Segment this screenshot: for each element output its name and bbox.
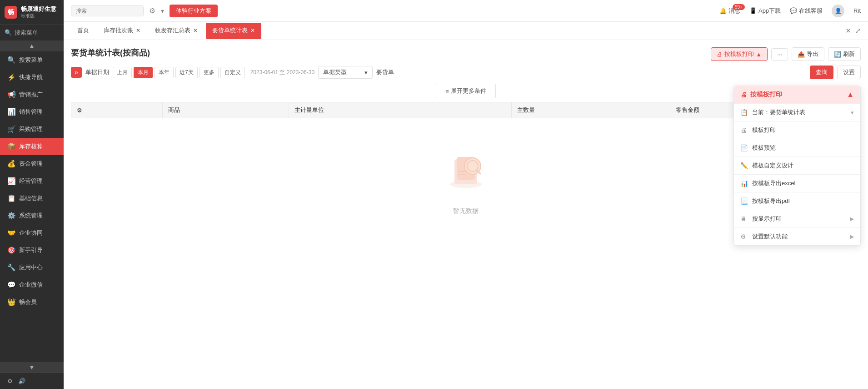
sidebar-item-collab[interactable]: 🤝企业协同 (0, 224, 64, 242)
col-settings[interactable]: ⚙ (71, 102, 163, 118)
sales-icon: 📊 (7, 108, 15, 116)
tab-receipt-summary[interactable]: 收发存汇总表✕ (149, 23, 204, 39)
sidebar-search[interactable]: 🔍 搜索菜单 (0, 25, 64, 40)
dropdown-header-left: 🖨 按模板打印 (740, 91, 782, 99)
dropdown-current-label: 当前：要货单统计表 (752, 108, 805, 116)
topbar-dropdown-icon[interactable]: ▾ (161, 7, 164, 15)
dropdown-item-template-preview[interactable]: 📄模板预览 (734, 139, 860, 157)
sidebar-item-marketing[interactable]: 📢营销推广 (0, 86, 64, 103)
query-button[interactable]: 查询 (810, 66, 833, 79)
bell-icon: 🔔 (719, 7, 727, 14)
display-print-icon: 🖥 (740, 215, 748, 222)
online-service-button[interactable]: 💬 在线客服 (790, 7, 823, 15)
sidebar-item-guide[interactable]: 🎯新手引导 (0, 242, 64, 259)
dropdown-item-template-design[interactable]: ✏️模板自定义设计 (734, 157, 860, 174)
sidebar-item-finance[interactable]: 💰资金管理 (0, 155, 64, 172)
date-range-text: 2023-06-01 至 2023-06-30 (250, 69, 314, 76)
settings-button[interactable]: 设置 (837, 66, 861, 79)
print-dropdown-arrow: ▲ (756, 51, 762, 58)
sidebar-item-system[interactable]: ⚙️系统管理 (0, 207, 64, 224)
refresh-button[interactable]: 🔄 刷新 (828, 47, 861, 61)
sidebar-label-sales: 销售管理 (19, 108, 43, 116)
tab-home[interactable]: 首页 (71, 23, 95, 39)
dropdown-header[interactable]: 🖨 按模板打印 ▲ (734, 86, 860, 103)
dropdown-item-template-print[interactable]: 🖨模板打印 (734, 121, 860, 139)
topbar-right: 🔔 消息 99+ 📱 App下载 💬 在线客服 👤 Rit (719, 5, 861, 17)
dropdown-item-label-export-excel: 按模板导出excel (752, 179, 795, 187)
logo-title: 畅康通好生意 (21, 5, 56, 13)
dropdown-item-export-pdf[interactable]: 📃按模板导出pdf (734, 192, 860, 210)
tab-close-order-stats[interactable]: ✕ (250, 27, 255, 34)
sidebar-label-inventory: 库存核算 (19, 142, 43, 151)
marketing-icon: 📢 (7, 91, 15, 99)
sidebar-item-basic[interactable]: 📋基础信息 (0, 190, 64, 207)
sidebar-item-purchase[interactable]: 🛒采购管理 (0, 121, 64, 138)
filter-bar: » 单据日期 上月本月本年近7天更多自定义 2023-06-01 至 2023-… (71, 66, 861, 79)
doc-type-select[interactable]: 单据类型 ▾ (318, 66, 373, 79)
topbar-search-input[interactable] (71, 5, 144, 16)
tab-close-all[interactable]: ✕ (845, 26, 851, 35)
tab-maximize[interactable]: ⤢ (855, 26, 861, 35)
finance-icon: 💰 (7, 160, 15, 168)
basic-icon: 📋 (7, 194, 15, 202)
export-button[interactable]: 📤 导出 (792, 47, 824, 61)
sound-icon[interactable]: 🔊 (18, 378, 25, 384)
export-excel-icon: 📊 (740, 180, 748, 187)
sidebar-item-wechat[interactable]: 💬企业微信 (0, 276, 64, 293)
sidebar-search-label: 搜索菜单 (15, 29, 38, 37)
tab-order-stats[interactable]: 要货单统计表✕ (206, 23, 261, 39)
dropdown-title: 按模板打印 (750, 91, 782, 99)
notifications-button[interactable]: 🔔 消息 99+ (719, 7, 740, 15)
date-options: 上月本月本年近7天更多自定义 (113, 67, 245, 78)
svg-rect-7 (458, 174, 465, 175)
dropdown-collapse-icon[interactable]: ▲ (847, 91, 854, 99)
expand-more-button[interactable]: ≡ 展开更多条件 (436, 84, 496, 98)
settings-icon[interactable]: ⚙ (7, 378, 13, 384)
sidebar-item-search[interactable]: 🔍搜索菜单 (0, 51, 64, 69)
sidebar-item-member[interactable]: 👑畅会员 (0, 293, 64, 311)
empty-illustration (443, 146, 489, 200)
date-btn-自定义[interactable]: 自定义 (220, 67, 245, 78)
search-icon: 🔍 (5, 29, 12, 36)
sidebar-scroll-down[interactable]: ▼ (0, 362, 64, 373)
page-actions: 🖨 按模板打印 ▲ ··· 📤 导出 🔄 刷新 (711, 47, 861, 61)
sidebar-label-system: 系统管理 (19, 212, 43, 220)
user-avatar[interactable]: 👤 (832, 5, 844, 17)
date-btn-更多[interactable]: 更多 (200, 67, 219, 78)
date-btn-本月[interactable]: 本月 (134, 67, 153, 78)
date-btn-近7天[interactable]: 近7天 (175, 67, 198, 78)
tab-close-batch-account[interactable]: ✕ (136, 27, 140, 34)
more-button[interactable]: ··· (771, 48, 788, 61)
date-btn-本年[interactable]: 本年 (155, 67, 174, 78)
sidebar-item-quick-nav[interactable]: ⚡快捷导航 (0, 69, 64, 86)
trial-button[interactable]: 体验行业方案 (170, 5, 218, 17)
print-template-button[interactable]: 🖨 按模板打印 ▲ (711, 47, 768, 61)
logo-subtitle: 标准版 (21, 13, 56, 19)
display-print-arrow: ▶ (850, 216, 854, 222)
col-quantity: 主数量 (512, 102, 670, 118)
dropdown-item-label-template-preview: 模板预览 (752, 144, 776, 152)
tab-close-receipt-summary[interactable]: ✕ (193, 27, 198, 34)
dropdown-item-default-setting[interactable]: ⚙设置默认功能▶ (734, 227, 860, 245)
dropdown-item-export-excel[interactable]: 📊按模板导出excel (734, 174, 860, 192)
dropdown-current[interactable]: 📋 当前：要货单统计表 ▾ (734, 103, 860, 121)
sidebar-item-inventory[interactable]: 📦库存核算 (0, 138, 64, 155)
sidebar-label-quick-nav: 快捷导航 (19, 73, 43, 81)
topbar-gear-icon[interactable]: ⚙ (149, 6, 155, 15)
tabs-bar: 首页库存批次账✕收发存汇总表✕要货单统计表✕ ✕ ⤢ (64, 22, 868, 40)
dropdown-item-label-export-pdf: 按模板导出pdf (752, 197, 790, 205)
dropdown-item-display-print[interactable]: 🖥按显示打印▶ (734, 210, 860, 227)
dropdown-item-label-display-print: 按显示打印 (752, 215, 782, 223)
app-download-button[interactable]: 📱 App下载 (749, 7, 781, 15)
sidebar-item-sales[interactable]: 📊销售管理 (0, 103, 64, 121)
user-name[interactable]: Rit (853, 7, 861, 14)
filter-expand-button[interactable]: » (71, 67, 82, 78)
sidebar-scroll-up[interactable]: ▲ (0, 40, 64, 51)
sidebar-label-guide: 新手引导 (19, 246, 43, 254)
tab-batch-account[interactable]: 库存批次账✕ (97, 23, 147, 39)
notifications-badge: 99+ (733, 4, 745, 10)
current-template-icon: 📋 (740, 109, 748, 116)
date-btn-上月[interactable]: 上月 (113, 67, 132, 78)
sidebar-item-app-center[interactable]: 🔧应用中心 (0, 259, 64, 276)
sidebar-item-operation[interactable]: 📈经营管理 (0, 172, 64, 190)
